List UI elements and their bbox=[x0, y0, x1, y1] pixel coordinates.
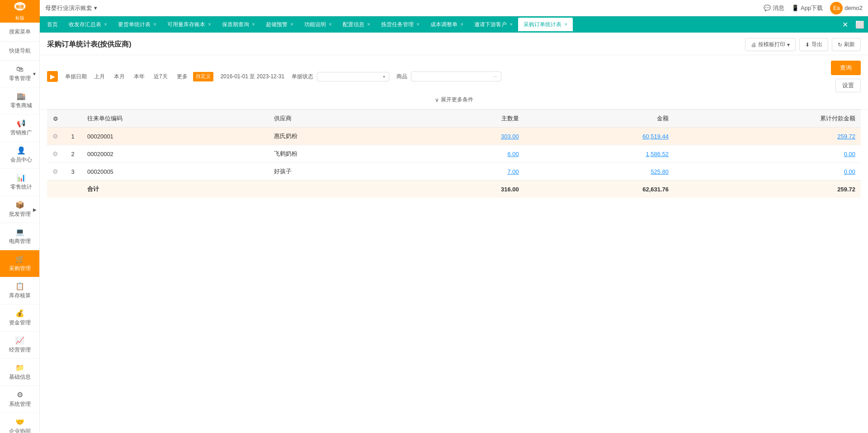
tab-receive-summary-close[interactable]: × bbox=[104, 21, 107, 28]
date-custom-badge[interactable]: 自定义 bbox=[193, 72, 213, 81]
sidebar-item-wholesale[interactable]: 📦 批发管理 ▶ bbox=[0, 196, 39, 223]
tab-cost-adjust-close[interactable]: × bbox=[460, 21, 463, 28]
row-gear[interactable]: ⚙ bbox=[47, 163, 64, 181]
tab-invite-downstream[interactable]: 邀请下游客户 × bbox=[469, 18, 518, 31]
row-paid[interactable]: 0.00 bbox=[674, 163, 861, 181]
retail-expand-arrow: ▼ bbox=[32, 71, 37, 76]
row-qty[interactable]: 7.00 bbox=[408, 163, 524, 181]
sidebar-item-ecommerce-label: 电商管理 bbox=[9, 238, 31, 245]
footer-label: 合计 bbox=[82, 181, 408, 198]
sidebar-item-ecommerce[interactable]: 💻 电商管理 bbox=[0, 223, 39, 250]
tab-expiry-query[interactable]: 保质期查询 × bbox=[217, 18, 260, 31]
row-unit-code: 00020005 bbox=[82, 163, 269, 181]
nav-maximize-button[interactable]: ⬜ bbox=[854, 20, 866, 29]
expand-conditions-button[interactable]: ∨ 展开更多条件 bbox=[435, 96, 473, 104]
row-amount[interactable]: 525.80 bbox=[524, 163, 674, 181]
sidebar-item-operations[interactable]: 📈 经营管理 bbox=[0, 332, 39, 359]
expand-label: 展开更多条件 bbox=[441, 96, 473, 104]
date-range-text: 2016-01-01 至 2023-12-31 bbox=[221, 73, 284, 81]
sidebar-item-inventory[interactable]: 📋 库存核算 bbox=[0, 277, 39, 305]
sidebar-item-enterprise[interactable]: 🤝 企业协同 bbox=[0, 413, 39, 433]
row-paid[interactable]: 0.00 bbox=[674, 145, 861, 163]
sidebar-item-retail-stat[interactable]: 📊 零售统计 bbox=[0, 169, 39, 196]
row-amount[interactable]: 1,586.52 bbox=[524, 145, 674, 163]
tab-function-desc[interactable]: 功能说明 × bbox=[299, 18, 337, 31]
tab-receive-summary[interactable]: 收发存汇总表 × bbox=[63, 18, 113, 31]
table-col-gear[interactable]: ⚙ bbox=[47, 110, 64, 128]
export-label: 导出 bbox=[811, 41, 822, 48]
row-supplier: 好孩子 bbox=[269, 163, 408, 181]
sidebar-quicknav-area[interactable]: 快捷导航 bbox=[0, 42, 39, 61]
tab-expiry-query-close[interactable]: × bbox=[252, 21, 255, 28]
date-shortcut-last-month[interactable]: 上月 bbox=[90, 72, 108, 81]
tab-purchase-summary-close[interactable]: × bbox=[564, 21, 567, 28]
row-paid[interactable]: 259.72 bbox=[674, 128, 861, 145]
table-row[interactable]: ⚙ 3 00020005 好孩子 7.00 525.80 0.00 bbox=[47, 163, 861, 181]
filter-goods-input[interactable]: ··· bbox=[411, 71, 501, 81]
query-button[interactable]: 查询 bbox=[831, 61, 861, 75]
tab-home[interactable]: 首页 bbox=[42, 18, 63, 31]
sidebar-item-member[interactable]: 👤 会员中心 bbox=[0, 142, 39, 169]
table-row[interactable]: ⚙ 1 00020001 惠氏奶粉 303.00 60,519.44 259.7… bbox=[47, 128, 861, 145]
date-shortcut-this-year[interactable]: 本年 bbox=[130, 72, 148, 81]
user-name-label: demo2 bbox=[844, 5, 863, 11]
tab-overstock-warning-label: 超储预警 bbox=[266, 21, 288, 29]
row-amount[interactable]: 60,519.44 bbox=[524, 128, 674, 145]
tab-config-info-close[interactable]: × bbox=[367, 21, 370, 28]
gear-icon: ⚙ bbox=[53, 115, 58, 122]
row-gear[interactable]: ⚙ bbox=[47, 128, 64, 145]
filter-toggle-button[interactable]: ▶ bbox=[47, 71, 58, 82]
tab-overstock-warning[interactable]: 超储预警 × bbox=[260, 18, 299, 31]
page-actions: 🖨 按模板打印 ▾ ⬇ 导出 ↻ 刷新 bbox=[745, 38, 861, 51]
sidebar-item-system-label: 系统管理 bbox=[9, 400, 31, 408]
message-button[interactable]: 💬 消息 bbox=[764, 4, 784, 12]
user-avatar-area[interactable]: Ea demo2 bbox=[830, 2, 863, 14]
tab-pick-task-close[interactable]: × bbox=[416, 21, 420, 28]
print-button[interactable]: 🖨 按模板打印 ▾ bbox=[745, 38, 796, 51]
retail-icon: 🛍 bbox=[16, 65, 24, 73]
sidebar-search-button[interactable]: 搜索菜单 bbox=[3, 26, 37, 38]
table-header-row: ⚙ 往来单位编码 供应商 主数量 金额 累计付款金额 bbox=[47, 110, 861, 128]
tab-function-desc-close[interactable]: × bbox=[329, 21, 332, 28]
date-shortcut-7days[interactable]: 近7天 bbox=[150, 72, 171, 81]
row-number: 3 bbox=[64, 163, 82, 181]
row-gear[interactable]: ⚙ bbox=[47, 145, 64, 163]
tab-available-stock-close[interactable]: × bbox=[208, 21, 211, 28]
sidebar-item-finance[interactable]: 💰 资金管理 bbox=[0, 305, 39, 332]
sidebar-item-purchase[interactable]: 🛒 采购管理 bbox=[0, 250, 39, 277]
tab-invite-downstream-close[interactable]: × bbox=[509, 21, 513, 28]
date-shortcut-this-month[interactable]: 本月 bbox=[110, 72, 128, 81]
tab-pick-task[interactable]: 拣货任务管理 × bbox=[376, 18, 425, 31]
app-logo[interactable]: 畅捷 标版 bbox=[0, 0, 40, 23]
settings-button[interactable]: 设置 bbox=[835, 79, 861, 92]
row-qty[interactable]: 303.00 bbox=[408, 128, 524, 145]
filter-status-select[interactable]: ▾ bbox=[317, 72, 389, 81]
row-qty[interactable]: 6.00 bbox=[408, 145, 524, 163]
tab-purchase-summary[interactable]: 采购订单统计表 × bbox=[518, 18, 573, 31]
refresh-label: 刷新 bbox=[844, 41, 855, 48]
sidebar-item-marketing[interactable]: 📢 营销推广 bbox=[0, 114, 39, 142]
export-button[interactable]: ⬇ 导出 bbox=[799, 38, 828, 51]
refresh-button[interactable]: ↻ 刷新 bbox=[832, 38, 861, 51]
tab-overstock-warning-close[interactable]: × bbox=[290, 21, 293, 28]
sidebar-item-system[interactable]: ⚙ 系统管理 bbox=[0, 386, 39, 413]
sidebar-item-retail[interactable]: 🛍 零售管理 ▼ bbox=[0, 61, 39, 87]
nav-close-button[interactable]: ✕ bbox=[840, 20, 850, 29]
sidebar-item-finance-label: 资金管理 bbox=[9, 319, 31, 327]
tab-config-info[interactable]: 配置信息 × bbox=[337, 18, 376, 31]
tab-available-stock[interactable]: 可用量库存账本 × bbox=[162, 18, 217, 31]
date-shortcut-more[interactable]: 更多 bbox=[173, 72, 191, 81]
sidebar-item-basic-info[interactable]: 📁 基础信息 bbox=[0, 359, 39, 386]
tab-cost-adjust[interactable]: 成本调整单 × bbox=[425, 18, 469, 31]
industry-selector[interactable]: 母婴行业演示账套 ▾ bbox=[45, 4, 97, 12]
table-row[interactable]: ⚙ 2 00020002 飞鹤奶粉 6.00 1,586.52 0.00 bbox=[47, 145, 861, 163]
tab-goods-summary[interactable]: 要货单统计表 × bbox=[113, 18, 162, 31]
tab-goods-summary-close[interactable]: × bbox=[153, 21, 156, 28]
tab-receive-summary-label: 收发存汇总表 bbox=[69, 21, 101, 29]
sidebar-search-area[interactable]: 搜索菜单 bbox=[0, 23, 39, 42]
app-download-button[interactable]: 📱 App下载 bbox=[792, 4, 823, 12]
sidebar-item-retail-mall[interactable]: 🏬 零售商城 bbox=[0, 87, 39, 114]
logo-icon: 畅捷 bbox=[13, 1, 27, 14]
sidebar-quicknav-button[interactable]: 快捷导航 bbox=[3, 45, 37, 57]
app-download-label: App下载 bbox=[801, 4, 823, 12]
